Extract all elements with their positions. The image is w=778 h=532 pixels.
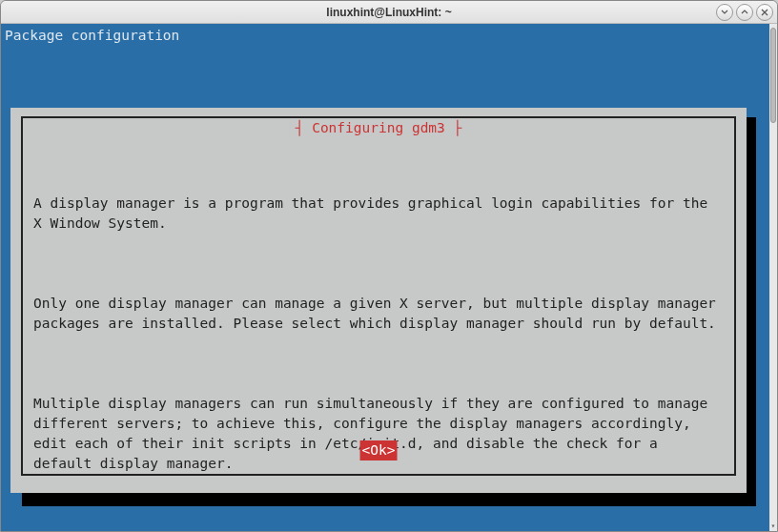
scrollbar[interactable]: ▾ xyxy=(769,24,777,531)
dialog-paragraph-1: A display manager is a program that prov… xyxy=(33,194,724,234)
dialog-title: ┤ Configuring gdm3 ├ xyxy=(290,118,468,138)
window-controls xyxy=(716,4,773,21)
minimize-button[interactable] xyxy=(716,4,733,21)
ok-button[interactable]: <Ok> xyxy=(360,440,398,460)
close-icon xyxy=(760,8,769,17)
maximize-button[interactable] xyxy=(736,4,753,21)
dialog-title-text: Configuring gdm3 xyxy=(312,120,445,135)
dialog-paragraph-2: Only one display manager can manage a gi… xyxy=(33,294,724,334)
chevron-up-icon xyxy=(740,8,749,17)
dialog-paragraph-3: Multiple display managers can run simult… xyxy=(33,394,724,474)
close-button[interactable] xyxy=(756,4,773,21)
config-dialog: ┤ Configuring gdm3 ├ A display manager i… xyxy=(10,108,747,493)
scrollbar-thumb[interactable] xyxy=(770,28,776,123)
page-header: Package configuration xyxy=(1,24,769,48)
titlebar: linuxhint@LinuxHint: ~ xyxy=(1,1,777,24)
dialog-body: A display manager is a program that prov… xyxy=(33,153,724,531)
terminal-inner: Package configuration ┤ Configuring gdm3… xyxy=(1,24,769,531)
scrollbar-down-icon[interactable]: ▾ xyxy=(769,522,777,531)
terminal-area: Package configuration ┤ Configuring gdm3… xyxy=(1,24,777,531)
chevron-down-icon xyxy=(720,8,729,17)
app-window: linuxhint@LinuxHint: ~ Package configura… xyxy=(0,0,778,532)
window-title: linuxhint@LinuxHint: ~ xyxy=(326,6,451,19)
